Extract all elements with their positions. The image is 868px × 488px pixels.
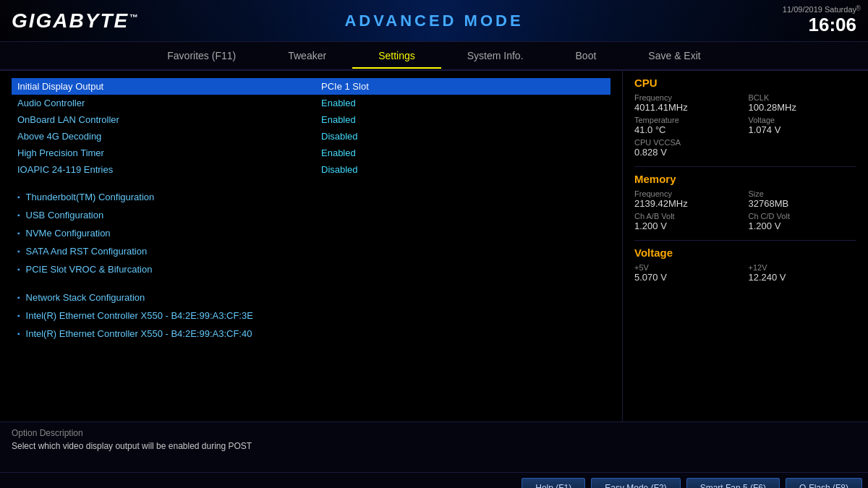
mem-chab-value: 1.200 V — [634, 221, 743, 231]
submenu-ethernet-2[interactable]: Intel(R) Ethernet Controller X550 - B4:2… — [12, 325, 610, 343]
main-content: Initial Display Output PCIe 1 Slot Audio… — [0, 71, 868, 421]
mem-freq-value: 2139.42MHz — [634, 198, 743, 209]
submenu-network-stack[interactable]: Network Stack Configuration — [12, 288, 610, 307]
cpu-freq-item: Frequency 4011.41MHz — [634, 93, 743, 113]
setting-value-audio: Enabled — [321, 98, 356, 108]
smart-fan-button[interactable]: Smart Fan 5 (F6) — [686, 478, 780, 489]
submenu-thunderbolt[interactable]: Thunderbolt(TM) Configuration — [12, 188, 610, 206]
cpu-bclk-value: 100.28MHz — [749, 102, 857, 113]
submenu-pcie[interactable]: PCIE Slot VROC & Bifurcation — [12, 260, 610, 278]
tab-sysinfo[interactable]: System Info. — [441, 44, 550, 69]
setting-label-lan: OnBoard LAN Controller — [17, 114, 321, 125]
option-desc-text: Select which video display output will b… — [12, 441, 856, 451]
setting-label-ioapic: IOAPIC 24-119 Entries — [17, 164, 321, 175]
mem-size-value: 32768MB — [749, 198, 857, 209]
cpu-title: CPU — [634, 77, 856, 89]
time-display: 16:06 — [783, 14, 856, 36]
memory-section: Memory Frequency 2139.42MHz Size 32768MB… — [634, 173, 856, 231]
volt-5v-label: +5V — [634, 263, 743, 272]
voltage-grid: +5V 5.070 V +12V 12.240 V — [634, 263, 856, 283]
cpu-volt-value: 1.074 V — [749, 124, 857, 135]
cpu-section: CPU Frequency 4011.41MHz BCLK 100.28MHz … — [634, 77, 856, 158]
settings-section-sub2: Network Stack Configuration Intel(R) Eth… — [12, 288, 610, 343]
setting-label-4g: Above 4G Decoding — [17, 131, 321, 142]
cpu-grid: Frequency 4011.41MHz BCLK 100.28MHz Temp… — [634, 93, 856, 158]
cpu-vccsa-label: CPU VCCSA — [634, 138, 743, 147]
tab-settings[interactable]: Settings — [352, 44, 441, 69]
setting-row-ioapic[interactable]: IOAPIC 24-119 Entries Disabled — [12, 161, 610, 178]
setting-value-4g: Disabled — [321, 131, 358, 142]
memory-grid: Frequency 2139.42MHz Size 32768MB Ch A/B… — [634, 189, 856, 231]
date-display: 11/09/2019 Saturday — [783, 5, 856, 14]
setting-label-initial-display: Initial Display Output — [17, 81, 321, 92]
setting-value-lan: Enabled — [321, 114, 356, 125]
cpu-bclk-label: BCLK — [749, 93, 857, 102]
submenu-ethernet-1[interactable]: Intel(R) Ethernet Controller X550 - B4:2… — [12, 307, 610, 325]
setting-row-initial-display[interactable]: Initial Display Output PCIe 1 Slot — [12, 78, 610, 95]
tab-tweaker[interactable]: Tweaker — [262, 44, 352, 69]
divider-1 — [634, 166, 856, 167]
voltage-title: Voltage — [634, 247, 856, 259]
page-title: ADVANCED MODE — [344, 12, 523, 30]
volt-12v-value: 12.240 V — [749, 272, 857, 283]
cpu-temp-item: Temperature 41.0 °C — [634, 116, 743, 135]
left-panel: Initial Display Output PCIe 1 Slot Audio… — [0, 71, 622, 421]
logo-text: GIGABYTE — [12, 9, 129, 32]
voltage-section: Voltage +5V 5.070 V +12V 12.240 V — [634, 247, 856, 283]
setting-value-initial-display: PCIe 1 Slot — [321, 81, 369, 92]
help-button[interactable]: Help (F1) — [522, 478, 585, 489]
cpu-volt-label: Voltage — [749, 116, 857, 124]
option-description: Option Description Select which video di… — [0, 421, 868, 472]
submenu-usb[interactable]: USB Configuration — [12, 206, 610, 224]
cpu-vccsa-item: CPU VCCSA 0.828 V — [634, 138, 743, 158]
right-panel: CPU Frequency 4011.41MHz BCLK 100.28MHz … — [622, 71, 868, 421]
mem-chcd-value: 1.200 V — [749, 221, 857, 231]
submenu-sata[interactable]: SATA And RST Configuration — [12, 242, 610, 260]
setting-row-4g[interactable]: Above 4G Decoding Disabled — [12, 128, 610, 145]
logo-tm: ™ — [129, 12, 139, 22]
mem-size-item: Size 32768MB — [749, 189, 857, 209]
cpu-temp-value: 41.0 °C — [634, 124, 743, 135]
volt-5v-value: 5.070 V — [634, 272, 743, 283]
cpu-volt-item: Voltage 1.074 V — [749, 116, 857, 135]
cpu-bclk-item: BCLK 100.28MHz — [749, 93, 857, 113]
tab-save-exit[interactable]: Save & Exit — [622, 44, 726, 69]
qflash-button[interactable]: Q-Flash (F8) — [786, 478, 862, 489]
setting-value-hpt: Enabled — [321, 147, 356, 158]
option-desc-title: Option Description — [12, 428, 856, 438]
setting-label-hpt: High Precision Timer — [17, 147, 321, 158]
header: GIGABYTE™ ADVANCED MODE 11/09/2019 Satur… — [0, 0, 868, 42]
cpu-vccsa-value: 0.828 V — [634, 147, 743, 158]
mem-chcd-item: Ch C/D Volt 1.200 V — [749, 212, 857, 231]
settings-section-top: Initial Display Output PCIe 1 Slot Audio… — [12, 78, 610, 178]
settings-section-sub1: Thunderbolt(TM) Configuration USB Config… — [12, 188, 610, 278]
datetime: 11/09/2019 Saturday 16:06 — [783, 5, 856, 36]
mem-freq-item: Frequency 2139.42MHz — [634, 189, 743, 209]
cpu-temp-label: Temperature — [634, 116, 743, 124]
nav-bar: Favorites (F11) Tweaker Settings System … — [0, 42, 868, 71]
mem-freq-label: Frequency — [634, 189, 743, 198]
tab-boot[interactable]: Boot — [550, 44, 623, 69]
setting-row-audio[interactable]: Audio Controller Enabled — [12, 95, 610, 111]
setting-row-hpt[interactable]: High Precision Timer Enabled — [12, 145, 610, 161]
mem-size-label: Size — [749, 189, 857, 198]
easy-mode-button[interactable]: Easy Mode (F2) — [591, 478, 680, 489]
mem-chab-item: Ch A/B Volt 1.200 V — [634, 212, 743, 231]
volt-5v-item: +5V 5.070 V — [634, 263, 743, 283]
cpu-freq-label: Frequency — [634, 93, 743, 102]
tab-favorites[interactable]: Favorites (F11) — [141, 44, 262, 69]
cpu-freq-value: 4011.41MHz — [634, 102, 743, 113]
mem-chcd-label: Ch C/D Volt — [749, 212, 857, 221]
logo: GIGABYTE™ — [12, 9, 139, 33]
bottom-bar: Help (F1) Easy Mode (F2) Smart Fan 5 (F6… — [0, 472, 868, 488]
submenu-nvme[interactable]: NVMe Configuration — [12, 224, 610, 242]
volt-12v-label: +12V — [749, 263, 857, 272]
mem-chab-label: Ch A/B Volt — [634, 212, 743, 221]
registered-icon: ® — [856, 4, 861, 12]
setting-label-audio: Audio Controller — [17, 98, 321, 108]
setting-row-lan[interactable]: OnBoard LAN Controller Enabled — [12, 111, 610, 128]
title-area: ADVANCED MODE — [344, 12, 523, 30]
volt-12v-item: +12V 12.240 V — [749, 263, 857, 283]
setting-value-ioapic: Disabled — [321, 164, 358, 175]
memory-title: Memory — [634, 173, 856, 185]
